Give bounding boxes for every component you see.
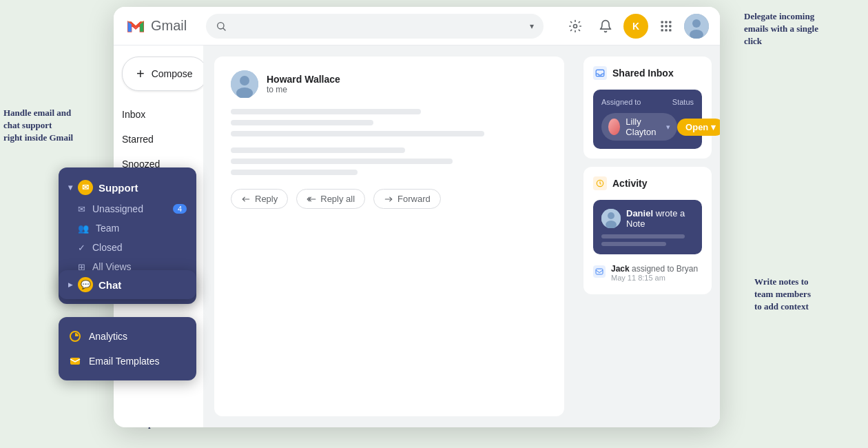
sender-to: to me [267, 85, 548, 94]
support-unassigned-item[interactable]: ✉ Unassigned 4 [59, 199, 196, 218]
status-text: Open [685, 122, 708, 132]
analytics-label: Analytics [89, 331, 127, 342]
notifications-button[interactable] [593, 14, 618, 39]
compose-button[interactable]: + Compose [122, 57, 207, 91]
right-panel: Shared Inbox Assigned to Status Lilly Cl… [575, 45, 720, 427]
forward-icon [384, 194, 393, 204]
status-button[interactable]: Open ▾ [677, 119, 720, 136]
grid-icon [659, 19, 673, 33]
settings-icon [568, 19, 582, 33]
activity-title: Activity [612, 178, 648, 189]
gmail-title: Gmail [151, 18, 187, 34]
chat-icon: 💬 [78, 277, 93, 292]
email-line-6 [231, 170, 358, 175]
sidebar-starred[interactable]: Starred [114, 127, 198, 152]
activity-icon [593, 176, 607, 190]
unassigned-label: Unassigned [92, 203, 143, 214]
note-line-2 [601, 242, 666, 246]
assign-labels: Assigned to Status [601, 98, 694, 106]
analytics-panel: Analytics Email Templates [59, 317, 196, 380]
svg-rect-9 [669, 21, 671, 23]
support-label: Support [99, 182, 138, 194]
sender-avatar-icon [231, 70, 258, 98]
email-line-5 [231, 159, 453, 164]
support-closed-item[interactable]: ✓ Closed [59, 238, 196, 257]
shared-inbox-icon [593, 66, 607, 80]
assign-person-row: Lilly Clayton ▾ Open ▾ [601, 113, 694, 141]
svg-rect-11 [665, 25, 667, 27]
note-card: Daniel wrote a Note [593, 200, 702, 254]
apps-button[interactable] [654, 14, 679, 39]
note-text: Daniel wrote a Note [626, 208, 694, 229]
note-avatar-icon [601, 209, 621, 228]
svg-rect-8 [665, 21, 667, 23]
search-chevron-icon: ▾ [530, 21, 534, 31]
bell-icon [599, 19, 612, 33]
reply-icon [241, 194, 251, 204]
shared-inbox-title-row: Shared Inbox [593, 66, 702, 80]
gmail-logo-icon [125, 15, 147, 37]
chat-chevron-icon: ▸ [68, 280, 72, 289]
reply-all-button[interactable]: Reply all [296, 189, 365, 209]
sidebar-inbox[interactable]: Inbox [114, 102, 198, 127]
chat-section-header[interactable]: ▸ 💬 Chat [68, 277, 187, 292]
svg-rect-14 [665, 29, 667, 31]
svg-rect-10 [661, 25, 663, 27]
email-log-icon [595, 267, 603, 276]
reply-button[interactable]: Reply [231, 189, 288, 209]
svg-rect-1 [70, 358, 80, 365]
shared-inbox-title: Shared Inbox [612, 68, 674, 79]
gmail-header: Gmail ▾ K [114, 7, 720, 45]
svg-point-6 [574, 24, 577, 28]
person-name: Lilly Clayton [626, 116, 661, 137]
analytics-icon [68, 329, 82, 343]
forward-button[interactable]: Forward [373, 189, 441, 209]
svg-point-20 [240, 76, 249, 85]
support-icon: ✉ [78, 180, 93, 195]
sender-name: Howard Wallace [267, 74, 548, 85]
email-templates-item[interactable]: Email Templates [59, 349, 196, 374]
sender-avatar [231, 70, 258, 98]
note-line-1 [601, 234, 685, 238]
svg-rect-27 [596, 269, 603, 274]
email-body-lines [231, 109, 548, 175]
support-section-header[interactable]: ▾ ✉ Support [59, 176, 196, 199]
email-templates-icon [68, 354, 82, 368]
svg-point-25 [608, 212, 614, 219]
email-line-3 [231, 131, 484, 136]
note-author-avatar [601, 209, 621, 228]
svg-rect-12 [669, 25, 671, 27]
svg-rect-15 [669, 29, 671, 31]
main-content: Howard Wallace to me [203, 45, 720, 427]
search-input[interactable] [232, 21, 530, 32]
compose-label: Compose [152, 68, 193, 79]
unassigned-badge: 4 [173, 204, 187, 214]
activity-title-row: Activity [593, 176, 702, 190]
email-card: Howard Wallace to me [214, 57, 564, 416]
chat-label: Chat [99, 279, 121, 291]
profile-photo[interactable] [684, 14, 709, 39]
analytics-item[interactable]: Analytics [59, 324, 196, 349]
forward-label: Forward [397, 194, 431, 204]
email-line-2 [231, 120, 373, 125]
search-icon [216, 21, 227, 32]
unassigned-icon: ✉ [78, 204, 85, 214]
person-selector[interactable]: Lilly Clayton ▾ [601, 113, 677, 141]
profile-avatar-icon [684, 14, 709, 39]
support-team-item[interactable]: 👥 Team [59, 218, 196, 238]
support-chevron-icon: ▾ [68, 183, 72, 192]
assigned-to-label: Assigned to [601, 98, 641, 106]
inbox-icon [595, 68, 605, 78]
person-avatar [608, 119, 620, 135]
assign-row: Assigned to Status Lilly Clayton ▾ Open [593, 90, 702, 149]
chat-panel: ▸ 💬 Chat [59, 270, 196, 299]
activity-bell-icon [595, 179, 605, 188]
activity-log-description: Jack assigned to Bryan [611, 264, 698, 274]
email-sender-row: Howard Wallace to me [231, 70, 548, 98]
person-chevron-icon: ▾ [666, 123, 670, 132]
svg-rect-7 [661, 21, 663, 23]
settings-button[interactable] [563, 14, 588, 39]
user-avatar-k[interactable]: K [623, 14, 648, 39]
activity-card: Activity Daniel wrote a Note [583, 167, 712, 294]
search-bar[interactable]: ▾ [206, 14, 544, 39]
